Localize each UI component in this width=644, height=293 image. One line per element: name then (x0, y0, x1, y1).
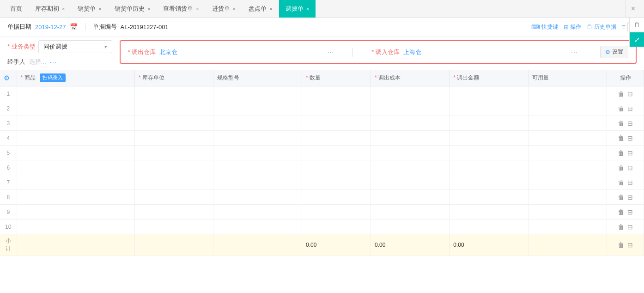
cell-cost-5[interactable] (371, 146, 449, 160)
cell-qty-8[interactable] (302, 190, 371, 205)
cell-cost-3[interactable] (371, 116, 449, 131)
warehouse-out-more[interactable]: ··· (328, 49, 334, 56)
delete-icon-8[interactable]: 🗑 (618, 194, 624, 201)
person-placeholder[interactable]: 选择... (29, 58, 46, 66)
cell-spec-6[interactable] (213, 160, 302, 175)
cell-unit-11[interactable] (135, 234, 213, 256)
delete-icon-5[interactable]: 🗑 (618, 149, 624, 157)
cell-spec-9[interactable] (213, 205, 302, 220)
cell-unit-2[interactable] (135, 101, 213, 116)
cell-product-4[interactable] (17, 131, 135, 146)
cell-unit-5[interactable] (135, 146, 213, 160)
cell-qty-6[interactable] (302, 160, 371, 175)
tab-bar-close[interactable]: × (626, 0, 640, 18)
cell-product-9[interactable] (17, 205, 135, 220)
cell-qty-3[interactable] (302, 116, 371, 131)
cell-available-9[interactable] (528, 205, 607, 220)
tab-close-transfer[interactable]: × (306, 6, 309, 12)
cell-available-8[interactable] (528, 190, 607, 205)
cell-product-5[interactable] (17, 146, 135, 160)
cell-amount-4[interactable] (450, 131, 528, 146)
cell-unit-10[interactable] (135, 220, 213, 234)
layout-list-icon[interactable]: ≡ (622, 23, 626, 31)
scan-button[interactable]: 扫码录入 (40, 73, 66, 82)
copy-icon-1[interactable]: ⊟ (627, 90, 633, 98)
cell-available-10[interactable] (528, 220, 607, 234)
cell-available-7[interactable] (528, 175, 607, 190)
person-more-btn[interactable]: ··· (50, 58, 57, 66)
tab-transfer[interactable]: 调拨单 × (279, 0, 316, 18)
cell-amount-3[interactable] (450, 116, 528, 131)
sidebar-expand-icon[interactable]: ⤢ (630, 32, 644, 47)
tab-stocktake[interactable]: 盘点单 × (242, 0, 279, 18)
tab-close-sales-order[interactable]: × (98, 6, 101, 12)
cell-cost-4[interactable] (371, 131, 449, 146)
cell-amount-7[interactable] (450, 175, 528, 190)
copy-icon-11[interactable]: ⊟ (627, 241, 633, 249)
copy-icon-3[interactable]: ⊟ (627, 120, 633, 127)
delete-icon-7[interactable]: 🗑 (618, 179, 624, 186)
cell-unit-8[interactable] (135, 190, 213, 205)
cell-amount-6[interactable] (450, 160, 528, 175)
col-gear-icon[interactable]: ⚙ (4, 74, 10, 82)
copy-icon-6[interactable]: ⊟ (627, 164, 633, 171)
tab-close-purchase[interactable]: × (233, 6, 236, 12)
cell-product-6[interactable] (17, 160, 135, 175)
operations-btn[interactable]: ⊞ 操作 (564, 23, 581, 31)
cell-product-11[interactable] (17, 234, 135, 256)
cell-spec-2[interactable] (213, 101, 302, 116)
copy-icon-10[interactable]: ⊟ (627, 223, 633, 231)
cell-qty-4[interactable] (302, 131, 371, 146)
cell-spec-10[interactable] (213, 220, 302, 234)
cell-qty-9[interactable] (302, 205, 371, 220)
cell-product-10[interactable] (17, 220, 135, 234)
cell-unit-7[interactable] (135, 175, 213, 190)
cell-product-2[interactable] (17, 101, 135, 116)
cell-cost-1[interactable] (371, 86, 449, 101)
tab-close-view-sales[interactable]: × (196, 6, 199, 12)
cell-cost-11[interactable]: 0.00 (371, 234, 449, 256)
copy-icon-2[interactable]: ⊟ (627, 105, 633, 112)
cell-unit-9[interactable] (135, 205, 213, 220)
history-btn[interactable]: 🗒 历史单据 (587, 23, 616, 31)
calendar-icon[interactable]: 📅 (70, 23, 78, 31)
cell-qty-11[interactable]: 0.00 (302, 234, 371, 256)
cell-product-1[interactable] (17, 86, 135, 101)
delete-icon-4[interactable]: 🗑 (618, 134, 624, 142)
copy-icon-7[interactable]: ⊟ (627, 179, 633, 186)
cell-unit-4[interactable] (135, 131, 213, 146)
warehouse-in-more[interactable]: ··· (571, 49, 578, 56)
cell-amount-8[interactable] (450, 190, 528, 205)
tab-close-stocktake[interactable]: × (269, 6, 272, 12)
cell-qty-1[interactable] (302, 86, 371, 101)
cell-amount-10[interactable] (450, 220, 528, 234)
sidebar-doc-icon[interactable]: 🗒 (630, 18, 644, 32)
tab-close-inventory-init[interactable]: × (62, 6, 65, 12)
cell-cost-7[interactable] (371, 175, 449, 190)
copy-icon-9[interactable]: ⊟ (627, 208, 633, 216)
cell-cost-8[interactable] (371, 190, 449, 205)
cell-amount-11[interactable]: 0.00 (450, 234, 528, 256)
delete-icon-3[interactable]: 🗑 (618, 120, 624, 127)
cell-spec-4[interactable] (213, 131, 302, 146)
cell-spec-5[interactable] (213, 146, 302, 160)
cell-product-8[interactable] (17, 190, 135, 205)
cell-spec-7[interactable] (213, 175, 302, 190)
delete-icon-9[interactable]: 🗑 (618, 208, 624, 216)
cell-spec-11[interactable] (213, 234, 302, 256)
settings-button[interactable]: ⚙ 设置 (600, 46, 628, 58)
cell-amount-2[interactable] (450, 101, 528, 116)
tab-inventory-init[interactable]: 库存期初 × (29, 0, 71, 18)
tab-home[interactable]: 首页 (4, 0, 29, 18)
delete-icon-1[interactable]: 🗑 (618, 90, 624, 98)
cell-amount-1[interactable] (450, 86, 528, 101)
cell-spec-8[interactable] (213, 190, 302, 205)
tab-sales-order[interactable]: 销货单 × (71, 0, 108, 18)
copy-icon-5[interactable]: ⊟ (627, 149, 633, 157)
cell-qty-7[interactable] (302, 175, 371, 190)
quick-key-btn[interactable]: ⌨ 快捷键 (531, 23, 558, 31)
cell-available-11[interactable] (528, 234, 607, 256)
cell-amount-5[interactable] (450, 146, 528, 160)
tab-purchase[interactable]: 进货单 × (206, 0, 242, 18)
cell-cost-10[interactable] (371, 220, 449, 234)
